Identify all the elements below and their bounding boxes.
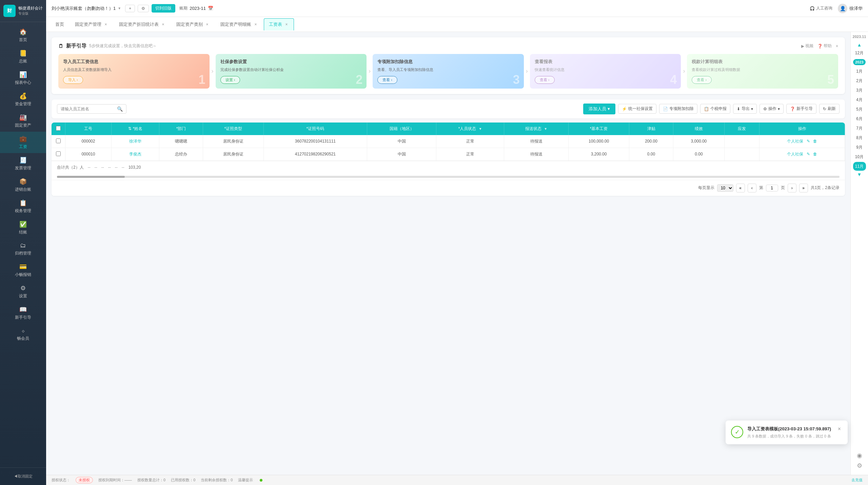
tab-asset-category[interactable]: 固定资产类别 × — [171, 18, 215, 31]
service-btn[interactable]: 🎧 人工咨询 — [810, 5, 832, 11]
next-page-btn[interactable]: › — [788, 184, 796, 192]
sidebar-item-reports[interactable]: 📊 报表中心 — [0, 68, 46, 89]
tab-home[interactable]: 首页 — [50, 18, 69, 31]
row2-checkbox[interactable] — [52, 148, 65, 161]
per-page-select[interactable]: 10 20 50 — [717, 184, 733, 192]
row1-delete-btn[interactable]: 🗑 — [813, 139, 817, 144]
rp-month-6[interactable]: 6月 — [853, 114, 866, 123]
toast-close-btn[interactable]: × — [836, 426, 842, 432]
prev-page-btn[interactable]: ‹ — [748, 184, 756, 192]
rp-month-2[interactable]: 2月 — [853, 76, 866, 85]
row2-check[interactable] — [56, 151, 61, 156]
rp-month-8[interactable]: 8月 — [853, 133, 866, 142]
tab-close-asset-category[interactable]: × — [205, 22, 210, 27]
sidebar-item-funds[interactable]: 💰 资金管理 — [0, 89, 46, 110]
step-1-btn[interactable]: 导入 › — [63, 76, 83, 84]
help-link[interactable]: ❓ 帮助 — [817, 43, 832, 49]
sidebar-item-archive[interactable]: 🗂 归档管理 — [0, 239, 46, 260]
tab-depreciation[interactable]: 固定资产折旧统计表 × — [114, 18, 171, 31]
sidebar-item-settings[interactable]: ⚙ 设置 — [0, 281, 46, 302]
report-filter-icon[interactable]: ▼ — [544, 127, 547, 131]
step-5-btn[interactable]: 查看 › — [692, 76, 712, 84]
checkbox-header[interactable] — [52, 123, 65, 135]
row1-check[interactable] — [56, 138, 61, 143]
row1-edit-btn[interactable]: ✎ — [807, 139, 810, 144]
new-guide-btn[interactable]: ❓ 新手引导 — [786, 104, 816, 114]
sidebar-item-assets[interactable]: 🏭 固定资产 — [0, 110, 46, 132]
tab-payroll[interactable]: 工资表 × — [264, 18, 294, 31]
sidebar-item-payroll[interactable]: 💼 工资 — [0, 132, 46, 153]
operations-btn[interactable]: ⚙ 操作 ▾ — [760, 104, 784, 114]
page-input[interactable] — [766, 185, 778, 191]
first-page-btn[interactable]: « — [736, 184, 745, 192]
sidebar-item-inventory[interactable]: 📦 进销台账 — [0, 174, 46, 196]
sidebar-item-invoice[interactable]: 🧾 发票管理 — [0, 153, 46, 174]
horizontal-scrollbar[interactable] — [57, 176, 840, 178]
special-deduction-btn[interactable]: 📄 专项附加扣除 — [659, 104, 697, 114]
tab-fixed-assets[interactable]: 固定资产管理 × — [70, 18, 113, 31]
rp-month-4[interactable]: 4月 — [853, 95, 866, 104]
reports-icon: 📊 — [19, 71, 27, 78]
sort-icon[interactable]: ⇅ — [128, 126, 132, 131]
row1-name-link[interactable]: 徐泽华 — [129, 139, 141, 144]
rp-month-3[interactable]: 3月 — [853, 86, 866, 95]
add-account-btn[interactable]: + — [125, 5, 135, 12]
last-page-btn[interactable]: » — [799, 184, 808, 192]
switch-version-btn[interactable]: 切到旧版 — [152, 4, 175, 13]
rp-month-1[interactable]: 1月 — [853, 67, 866, 76]
search-input[interactable] — [61, 107, 115, 111]
sidebar-item-expense[interactable]: 💳 小畅报销 — [0, 260, 46, 281]
calendar-icon[interactable]: 📅 — [208, 6, 213, 11]
row2-delete-btn[interactable]: 🗑 — [813, 152, 817, 156]
renew-btn[interactable]: 去充值 — [851, 478, 863, 483]
refresh-btn[interactable]: ↻ 刷新 — [819, 104, 840, 114]
tab-close-payroll[interactable]: × — [284, 22, 289, 27]
rp-month-9[interactable]: 9月 — [853, 143, 866, 152]
unified-social-security-btn[interactable]: ⚡ 统一社保设置 — [618, 104, 656, 114]
row2-social-security-link[interactable]: 个人社保 — [787, 152, 803, 156]
col-status: *人员状态 ▼ — [436, 123, 504, 135]
rp-nav-down[interactable]: ▼ — [854, 171, 865, 178]
tabbar: 首页 固定资产管理 × 固定资产折旧统计表 × 固定资产类别 × 固定资产明细账… — [46, 17, 868, 32]
account-selector[interactable]: 刘小艳演示账套（勿删勿动！）1 ▼ — [52, 5, 121, 12]
row2-edit-btn[interactable]: ✎ — [807, 152, 810, 156]
tab-close-fixed-assets[interactable]: × — [103, 22, 108, 27]
select-all-checkbox[interactable] — [56, 126, 61, 131]
sidebar-item-closing[interactable]: ✅ 结账 — [0, 217, 46, 239]
sidebar-item-guide[interactable]: 📖 新手引导 — [0, 302, 46, 324]
add-person-btn[interactable]: 添加人员 ▾ — [583, 104, 615, 114]
close-guide-btn[interactable]: × — [836, 44, 838, 49]
video-link[interactable]: ▶ 视频 — [801, 43, 813, 49]
export-btn[interactable]: ⬇ 导出 ▾ — [733, 104, 757, 114]
row1-social-security-link[interactable]: 个人社保 — [787, 139, 803, 144]
step-4-btn[interactable]: 查看 › — [535, 76, 555, 84]
rp-month-7[interactable]: 7月 — [853, 124, 866, 133]
sidebar-item-member[interactable]: ⬦ 畅会员 — [0, 324, 46, 345]
rp-month-11[interactable]: 11月 — [853, 162, 866, 171]
tab-asset-detail[interactable]: 固定资产明细账 × — [215, 18, 263, 31]
sidebar-item-tax[interactable]: 📋 税务管理 — [0, 196, 46, 217]
step-1-desc: 人员信息及工资数据新增导入 — [63, 67, 205, 73]
operations-icon: ⚙ — [763, 107, 767, 111]
rp-icon-2[interactable]: ⚙ — [857, 462, 862, 469]
row1-checkbox[interactable] — [52, 135, 65, 148]
row2-name-link[interactable]: 李俊杰 — [129, 152, 141, 156]
scrollbar-thumb[interactable] — [57, 176, 125, 178]
step-2-btn[interactable]: 设置 › — [220, 76, 240, 84]
settings-btn[interactable]: ⚙ — [138, 5, 149, 12]
sidebar-item-home[interactable]: 🏠 首页 — [0, 25, 46, 46]
sidebar-item-general[interactable]: 📒 总账 — [0, 46, 46, 68]
tab-close-depreciation[interactable]: × — [161, 22, 165, 27]
rp-nav-up[interactable]: ▲ — [854, 41, 865, 48]
step-3-btn[interactable]: 查看 › — [377, 76, 397, 84]
guide-steps: 导入员工工资信息 人员信息及工资数据新增导入 导入 › 1 › 社保参数设置 完… — [58, 54, 838, 89]
rp-month-5[interactable]: 5月 — [853, 105, 866, 114]
status-filter-icon[interactable]: ▼ — [479, 127, 482, 131]
tab-close-asset-detail[interactable]: × — [253, 22, 258, 27]
rp-month-12[interactable]: 12月 — [853, 49, 866, 57]
rp-month-10[interactable]: 10月 — [853, 152, 866, 161]
rp-icon-1[interactable]: ◉ — [857, 452, 862, 459]
tax-filing-btn[interactable]: 📋 个税申报 — [700, 104, 730, 114]
row2-payable — [724, 148, 759, 161]
cancel-fixed-btn[interactable]: ◀取消固定 — [0, 471, 46, 482]
